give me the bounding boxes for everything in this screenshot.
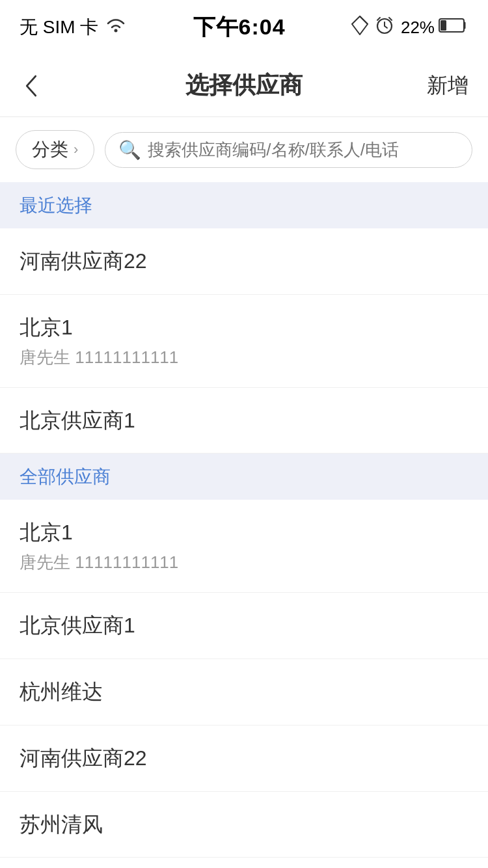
item-name: 苏州清风 [20, 810, 468, 839]
list-item[interactable]: 北京1唐先生 11111111111 [0, 295, 488, 388]
recent-section-label: 最近选择 [20, 195, 92, 215]
battery-percent: 22% [401, 18, 435, 38]
nav-title: 选择供应商 [72, 70, 416, 102]
recent-section-header: 最近选择 [0, 182, 488, 228]
search-input[interactable] [148, 140, 459, 160]
category-label: 分类 [32, 137, 68, 162]
item-name: 河南供应商22 [20, 247, 468, 276]
item-name: 杭州维达 [20, 677, 468, 707]
list-item[interactable]: 杭州维达 [0, 659, 488, 726]
list-item[interactable]: 苏州清风 [0, 792, 488, 858]
back-button[interactable] [20, 60, 72, 112]
item-name: 北京1 [20, 313, 468, 342]
nav-bar: 选择供应商 新增 [0, 55, 488, 117]
item-contact: 唐先生 11111111111 [20, 346, 468, 369]
battery-icon [439, 17, 468, 38]
svg-point-0 [115, 29, 118, 32]
add-button[interactable]: 新增 [416, 72, 468, 100]
list-item[interactable]: 北京供应商1 [0, 388, 488, 454]
battery-container: 22% [401, 17, 468, 38]
status-right: 22% [351, 16, 468, 40]
search-box: 🔍 [105, 132, 472, 168]
item-name: 北京1 [20, 518, 468, 547]
item-name: 北京供应商1 [20, 611, 468, 640]
list-item[interactable]: 北京1唐先生 11111111111 [0, 500, 488, 593]
all-list: 北京1唐先生 11111111111北京供应商1杭州维达河南供应商22苏州清风 [0, 500, 488, 858]
recent-list: 河南供应商22北京1唐先生 11111111111北京供应商1 [0, 228, 488, 454]
item-name: 河南供应商22 [20, 744, 468, 773]
chevron-right-icon: › [74, 141, 78, 158]
status-time: 下午6:04 [193, 12, 286, 42]
item-name: 北京供应商1 [20, 406, 468, 435]
all-section-header: 全部供应商 [0, 454, 488, 500]
list-item[interactable]: 河南供应商22 [0, 228, 488, 295]
wifi-icon [105, 16, 127, 39]
category-button[interactable]: 分类 › [16, 130, 94, 169]
status-left: 无 SIM 卡 [20, 15, 127, 40]
search-icon: 🔍 [118, 139, 141, 161]
list-item[interactable]: 北京供应商1 [0, 593, 488, 659]
carrier-label: 无 SIM 卡 [20, 15, 98, 40]
location-icon [351, 16, 368, 40]
alarm-icon [375, 16, 394, 40]
item-contact: 唐先生 11111111111 [20, 551, 468, 574]
all-section-label: 全部供应商 [20, 467, 111, 487]
status-bar: 无 SIM 卡 下午6:04 [0, 0, 488, 55]
filter-bar: 分类 › 🔍 [0, 117, 488, 182]
svg-rect-3 [441, 20, 446, 31]
list-item[interactable]: 河南供应商22 [0, 726, 488, 792]
